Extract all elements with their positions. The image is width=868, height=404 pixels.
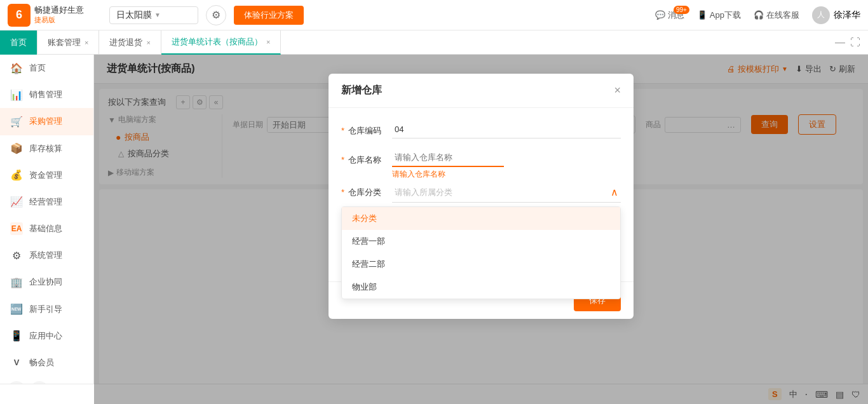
accounts-tab-label: 账套管理 — [48, 37, 81, 48]
basic-icon: EA — [10, 222, 23, 235]
member-icon: V — [10, 356, 23, 369]
purchase-stat-tab-close[interactable]: × — [266, 38, 270, 46]
name-label: * 仓库名称 — [341, 150, 392, 166]
system-icon: ⚙ — [10, 249, 23, 262]
top-header: 6 畅捷通好生意 捷易版 日太阳膜 ▼ ⚙ 体验行业方案 💬 消息 99+ 📱 … — [0, 0, 868, 30]
phone-icon: 📱 — [697, 10, 707, 20]
modal-title: 新增仓库 — [341, 84, 382, 97]
sidebar-label-basic: 基础信息 — [29, 223, 62, 234]
sidebar-item-appcenter[interactable]: 📱 应用中心 — [0, 323, 93, 349]
sidebar-label-guide: 新手引导 — [29, 304, 62, 315]
sidebar-label-appcenter: 应用中心 — [29, 330, 62, 342]
sidebar-label-operation: 经营管理 — [29, 196, 62, 208]
app-name: 畅捷通好生意 — [34, 5, 84, 16]
tab-purchase-stat[interactable]: 进货单统计表（按商品） × — [161, 30, 281, 55]
tab-home[interactable]: 首页 — [0, 30, 37, 55]
sidebar-label-finance: 资金管理 — [29, 170, 62, 181]
purchase-icon: 🛒 — [10, 115, 23, 128]
sidebar-item-sales[interactable]: 📊 销售管理 — [0, 81, 93, 108]
modal-header: 新增仓库 × — [329, 74, 634, 108]
sidebar-label-purchase: 采购管理 — [29, 116, 62, 127]
sidebar-label-enterprise: 企业协同 — [29, 276, 62, 288]
category-option-dept2[interactable]: 经营二部 — [342, 253, 620, 276]
header-right: 💬 消息 99+ 📱 App下载 🎧 在线客服 人 徐泽华 — [655, 6, 860, 24]
category-arrow-icon: ∧ — [611, 186, 618, 198]
category-field-row: * 仓库分类 请输入所属分类 ∧ 未分类 经营一部 — [341, 182, 621, 203]
store-name: 日太阳膜 — [116, 10, 152, 21]
category-dropdown-trigger[interactable]: 请输入所属分类 ∧ — [392, 182, 621, 203]
gear-icon: ⚙ — [212, 9, 220, 21]
purchase-stat-tab-label: 进货单统计表（按商品） — [172, 36, 262, 48]
message-icon: 💬 — [655, 10, 665, 20]
tab-purchase-return[interactable]: 进货退货 × — [99, 30, 161, 55]
online-service-button[interactable]: 🎧 在线客服 — [754, 10, 799, 21]
tab-accounts[interactable]: 账套管理 × — [37, 30, 99, 55]
main-layout: 🏠 首页 📊 销售管理 🛒 采购管理 📦 库存核算 💰 资金管理 📈 经营管理 … — [0, 55, 868, 404]
sidebar-label-system: 系统管理 — [29, 250, 62, 261]
finance-icon: 💰 — [10, 169, 23, 182]
operation-icon: 📈 — [10, 196, 23, 208]
app-download-button[interactable]: 📱 App下载 — [697, 10, 741, 21]
modal-body: * 仓库编码 * 仓库名称 — [329, 108, 634, 281]
user-name: 徐泽华 — [834, 10, 860, 21]
purchase-return-tab-close[interactable]: × — [146, 39, 150, 46]
add-warehouse-modal: 新增仓库 × * 仓库编码 — [329, 74, 634, 319]
inventory-icon: 📦 — [10, 142, 23, 155]
name-input[interactable] — [392, 149, 504, 167]
sidebar-label-member: 畅会员 — [29, 357, 54, 368]
category-option-property[interactable]: 物业部 — [342, 276, 620, 299]
category-option-dept1[interactable]: 经营一部 — [342, 230, 620, 253]
modal-overlay: 新增仓库 × * 仓库编码 — [94, 55, 868, 404]
sidebar-item-finance[interactable]: 💰 资金管理 — [0, 162, 93, 189]
user-info[interactable]: 人 徐泽华 — [812, 6, 860, 24]
sidebar-item-purchase[interactable]: 🛒 采购管理 — [0, 108, 93, 135]
name-error-msg: 请输入仓库名称 — [392, 170, 445, 178]
sales-icon: 📊 — [10, 88, 23, 101]
sidebar-item-home[interactable]: 🏠 首页 — [0, 55, 93, 81]
sidebar: 🏠 首页 📊 销售管理 🛒 采购管理 📦 库存核算 💰 资金管理 📈 经营管理 … — [0, 55, 94, 404]
sidebar-item-inventory[interactable]: 📦 库存核算 — [0, 135, 93, 162]
category-placeholder: 请输入所属分类 — [395, 187, 452, 198]
category-label: * 仓库分类 — [341, 182, 392, 198]
sidebar-item-operation[interactable]: 📈 经营管理 — [0, 189, 93, 215]
tab-right-buttons: — ⛶ — [835, 37, 868, 48]
sidebar-item-system[interactable]: ⚙ 系统管理 — [0, 242, 93, 269]
online-service-label: 在线客服 — [766, 10, 799, 21]
sidebar-item-member[interactable]: V 畅会员 — [0, 349, 93, 376]
accounts-tab-close[interactable]: × — [85, 39, 88, 46]
category-dropdown-menu: 未分类 经营一部 经营二部 物业部 — [341, 206, 621, 299]
sidebar-item-basic[interactable]: EA 基础信息 — [0, 215, 93, 242]
tab-bar: 首页 账套管理 × 进货退货 × 进货单统计表（按商品） × — ⛶ — [0, 30, 868, 55]
code-label: * 仓库编码 — [341, 121, 392, 137]
message-button[interactable]: 💬 消息 99+ — [655, 10, 684, 21]
app-badge: 捷易版 — [34, 15, 84, 25]
sidebar-label-inventory: 库存核算 — [29, 143, 62, 154]
home-tab-label: 首页 — [10, 37, 27, 48]
tab-maximize-icon[interactable]: ⛶ — [850, 37, 860, 48]
code-field-row: * 仓库编码 — [341, 121, 621, 138]
purchase-return-tab-label: 进货退货 — [109, 37, 142, 48]
sidebar-label-home: 首页 — [29, 62, 46, 74]
message-badge: 99+ — [674, 6, 689, 14]
sidebar-item-enterprise[interactable]: 🏢 企业协同 — [0, 269, 93, 295]
store-selector[interactable]: 日太阳膜 ▼ — [109, 6, 198, 24]
category-option-uncategorized[interactable]: 未分类 — [342, 207, 620, 230]
name-field-row: * 仓库名称 请输入仓库名称 — [341, 149, 621, 180]
logo-area: 6 畅捷通好生意 捷易版 — [8, 4, 102, 27]
category-wrapper: 请输入所属分类 ∧ 未分类 经营一部 经营二部 物业部 — [392, 182, 621, 203]
enterprise-icon: 🏢 — [10, 276, 23, 288]
settings-button[interactable]: ⚙ — [206, 5, 226, 25]
code-input[interactable] — [392, 121, 621, 138]
modal-close-button[interactable]: × — [614, 84, 621, 97]
home-icon: 🏠 — [10, 62, 23, 74]
content-area: 进货单统计(按商品) 🖨 按模板打印 ▼ ⬇ 导出 ↻ 刷新 — [94, 55, 868, 404]
app-download-label: App下载 — [710, 10, 741, 21]
trial-button[interactable]: 体验行业方案 — [234, 6, 304, 25]
tab-minimize-icon[interactable]: — — [835, 37, 845, 48]
logo-icon: 6 — [8, 4, 31, 27]
appcenter-icon: 📱 — [10, 330, 23, 342]
sidebar-label-sales: 销售管理 — [29, 89, 62, 100]
sidebar-item-guide[interactable]: 🆕 新手引导 — [0, 296, 93, 323]
user-avatar: 人 — [812, 6, 830, 24]
guide-icon: 🆕 — [10, 303, 23, 316]
